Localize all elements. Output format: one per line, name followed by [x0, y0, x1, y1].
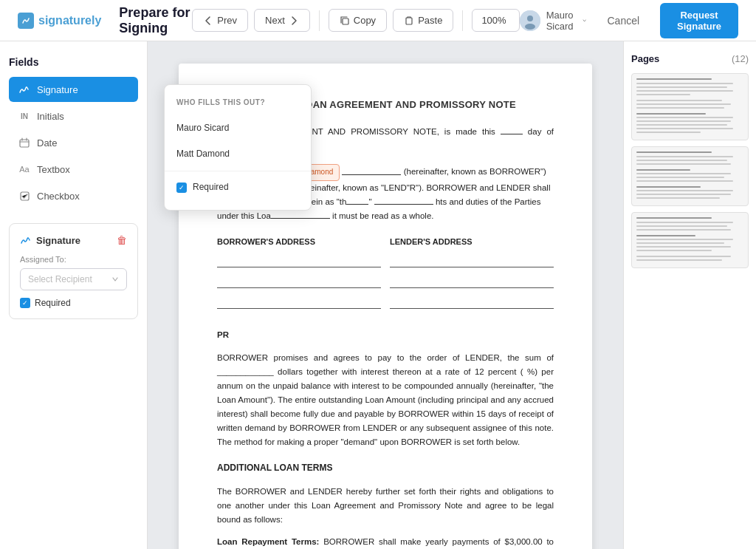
- date-icon: [18, 136, 31, 149]
- textbox-label: Textbox: [37, 164, 70, 175]
- select-placeholder: Select Recipient: [28, 274, 92, 284]
- request-signature-button[interactable]: Request Signature: [660, 3, 738, 38]
- borrower-col: BORROWER'S ADDRESS: [217, 235, 381, 316]
- required-checkbox[interactable]: Required: [20, 298, 127, 308]
- cancel-button[interactable]: Cancel: [598, 9, 648, 33]
- loan-repayment-bold: Loan Repayment Terms:: [217, 537, 319, 546]
- sidebar-item-signature[interactable]: Signature: [9, 77, 138, 102]
- signature-card-title: Signature: [20, 234, 80, 246]
- header: signaturely Prepare for Signing Prev Nex…: [0, 0, 756, 41]
- dropdown-item-matt[interactable]: Matt Damond: [165, 141, 311, 168]
- prev-button[interactable]: Prev: [192, 9, 248, 32]
- doc-para-2: BORROWER promises and agrees to pay to t…: [217, 351, 554, 449]
- dropdown-check-icon: [176, 183, 187, 193]
- date-label: Date: [37, 137, 57, 149]
- sidebar-item-checkbox[interactable]: Checkbox: [9, 183, 138, 208]
- sidebar-item-initials[interactable]: IN Initials: [9, 103, 138, 129]
- pages-title: Pages (12): [631, 53, 749, 64]
- left-sidebar: Fields Signature IN Initials Date Aa Tex…: [0, 41, 148, 549]
- page-title: Prepare for Signing: [119, 5, 192, 36]
- copy-icon: [340, 16, 350, 26]
- additional-loan-title: ADDITIONAL LOAN TERMS: [217, 461, 554, 476]
- paste-button[interactable]: Paste: [393, 9, 453, 32]
- select-chevron-icon: [111, 276, 119, 283]
- signature-card-header: Signature 🗑: [20, 234, 127, 246]
- document-page: PRIVATE LOAN AGREEMENT AND PROMISSORY NO…: [179, 64, 592, 549]
- user-name: Mauro Sicard: [546, 10, 577, 32]
- blank-parties: [346, 204, 368, 205]
- dropdown-divider: [165, 171, 311, 171]
- dropdown-title: WHO FILLS THIS OUT?: [165, 94, 311, 115]
- sidebar-item-textbox[interactable]: Aa Textbox: [9, 157, 138, 182]
- doc-promissory-title: PR: [217, 328, 554, 342]
- header-right: Mauro Sicard Cancel Request Signature: [520, 3, 738, 38]
- header-left: signaturely Prepare for Signing: [18, 5, 192, 36]
- dropdown-required: Required: [165, 174, 311, 201]
- card-signature-icon: [20, 234, 32, 246]
- lender-line-1: [390, 254, 554, 267]
- recipient-select[interactable]: Select Recipient: [20, 268, 127, 290]
- copy-button[interactable]: Copy: [329, 9, 387, 32]
- blank-borrower: [342, 174, 401, 175]
- borrower-title: BORROWER'S ADDRESS: [217, 235, 381, 248]
- toolbar: Prev Next Copy Paste 100%: [192, 9, 519, 32]
- user-info[interactable]: Mauro Sicard: [520, 10, 587, 32]
- sidebar-item-date[interactable]: Date: [9, 130, 138, 155]
- document-area: PRIVATE LOAN AGREEMENT AND PROMISSORY NO…: [148, 41, 623, 549]
- textbox-icon: Aa: [18, 163, 31, 176]
- blank-day: [501, 134, 523, 134]
- blank-rights: [374, 204, 433, 205]
- page-thumb-1[interactable]: [631, 73, 749, 140]
- svg-point-5: [525, 24, 535, 30]
- pages-count: (12): [732, 53, 749, 64]
- pages-panel: Pages (12): [623, 41, 756, 549]
- doc-para-3: The BORROWER and LENDER hereby further s…: [217, 485, 554, 527]
- document-body: THIS LOAN AGREEMENT AND PROMISSORY NOTE,…: [217, 125, 554, 549]
- borrower-line-1: [217, 254, 381, 267]
- toolbar-divider-2: [462, 10, 463, 31]
- page-thumb-3[interactable]: [631, 212, 749, 268]
- required-label: Required: [35, 298, 71, 308]
- page-thumb-2[interactable]: [631, 146, 749, 206]
- doc-para-4: Loan Repayment Terms: BORROWER shall mak…: [217, 535, 554, 549]
- initials-icon: IN: [18, 109, 31, 123]
- signature-card: Signature 🗑 Assigned To: Select Recipien…: [9, 223, 138, 319]
- assigned-label: Assigned To:: [20, 255, 127, 264]
- svg-rect-6: [20, 140, 29, 147]
- dropdown-item-mauro[interactable]: Mauro Sicard: [165, 115, 311, 142]
- borrower-lender-section: BORROWER'S ADDRESS LENDER'S ADDRESS: [217, 235, 554, 316]
- svg-rect-2: [406, 18, 412, 24]
- paste-icon: [404, 16, 414, 26]
- logo-text: signaturely: [38, 14, 101, 27]
- svg-point-4: [527, 16, 533, 21]
- prev-icon: [203, 16, 213, 26]
- lender-line-3: [390, 296, 554, 309]
- fields-title: Fields: [9, 56, 138, 68]
- checkbox-icon: [18, 189, 31, 202]
- lender-col: LENDER'S ADDRESS: [390, 235, 554, 316]
- checkbox-label: Checkbox: [37, 191, 80, 202]
- signature-icon: [18, 83, 31, 96]
- next-icon: [289, 16, 299, 26]
- main-layout: Fields Signature IN Initials Date Aa Tex…: [0, 41, 756, 549]
- logo: signaturely: [18, 13, 101, 29]
- zoom-control[interactable]: 100%: [472, 9, 519, 32]
- delete-signature-button[interactable]: 🗑: [117, 234, 127, 246]
- signature-label: Signature: [37, 84, 78, 95]
- blank-agreement: [271, 218, 330, 219]
- next-button[interactable]: Next: [254, 9, 310, 32]
- borrower-line-3: [217, 296, 381, 309]
- who-fills-dropdown: WHO FILLS THIS OUT? Mauro Sicard Matt Da…: [164, 84, 312, 211]
- lender-line-2: [390, 275, 554, 288]
- lender-title: LENDER'S ADDRESS: [390, 235, 554, 248]
- toolbar-divider: [319, 10, 320, 31]
- initials-label: Initials: [37, 111, 64, 122]
- logo-icon: [18, 13, 34, 29]
- borrower-line-2: [217, 275, 381, 288]
- avatar: [520, 10, 540, 31]
- svg-rect-1: [343, 18, 348, 24]
- check-icon: [20, 298, 30, 308]
- user-chevron-icon: [583, 17, 586, 24]
